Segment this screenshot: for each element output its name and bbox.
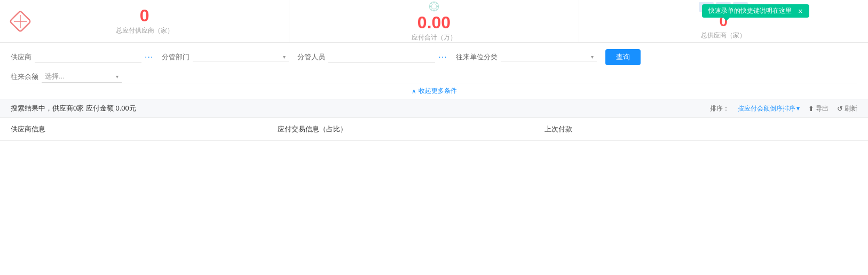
col-last-payment-header: 上次付款 xyxy=(545,124,857,134)
col-transaction-info-header: 应付交易信息（占比） xyxy=(278,124,545,134)
dept-label: 分管部门 xyxy=(162,52,190,62)
result-actions: 排序： 按应付会额倒序排序 ▾ ⬆ 导出 ↺ 刷新 xyxy=(710,104,857,113)
refresh-label: 刷新 xyxy=(845,104,857,113)
filter-supplier: 供应商 ··· xyxy=(11,52,153,62)
unit-class-label: 往来单位分类 xyxy=(456,52,498,62)
supplier-label: 供应商 xyxy=(11,52,31,62)
table-header: 供应商信息 应付交易信息（占比） 上次付款 xyxy=(0,118,868,141)
sort-option-text: 按应付会额倒序排序 xyxy=(738,104,795,113)
col-supplier-info-header: 供应商信息 xyxy=(11,124,278,134)
filter-balance: 往来余额 选择... ▾ xyxy=(11,70,122,83)
collapse-label: 收起更多条件 xyxy=(419,87,457,96)
table-body xyxy=(0,141,868,275)
svg-point-5 xyxy=(433,2,435,3)
balance-select[interactable]: 选择... ▾ xyxy=(42,70,122,83)
svg-point-4 xyxy=(431,4,437,9)
collapse-button[interactable]: ∧ 收起更多条件 xyxy=(412,87,457,96)
stat-block-total-suppliers: 快速录单的快捷键说明在这里 × 0 总供应商（家） xyxy=(579,0,868,42)
payable-suppliers-number: 0 xyxy=(140,7,149,24)
filter-unit-class: 往来单位分类 ▾ xyxy=(456,52,597,62)
stat-block-payable-suppliers: 0 总应付供应商（家） xyxy=(0,0,289,42)
sort-prefix-label: 排序： xyxy=(710,104,729,113)
filter-row-1: 供应商 ··· 分管部门 ▾ 分管人员 ··· 往来单位分类 ▾ xyxy=(11,49,857,65)
tooltip-close-button[interactable]: × xyxy=(798,7,802,15)
stat-block-payable-total: 0.00 应付合计（万） xyxy=(289,0,579,42)
payable-total-label: 应付合计（万） xyxy=(412,33,456,42)
svg-point-11 xyxy=(431,9,432,10)
collapse-up-icon: ∧ xyxy=(412,88,416,95)
refresh-button[interactable]: ↺ 刷新 xyxy=(837,104,857,113)
supplier-dots[interactable]: ··· xyxy=(145,52,153,62)
diamond-icon xyxy=(9,10,32,33)
svg-point-9 xyxy=(431,3,432,4)
payable-suppliers-label: 总应付供应商（家） xyxy=(116,26,173,35)
svg-point-12 xyxy=(436,3,437,4)
tooltip-banner: 快速录单的快捷键说明在这里 × xyxy=(702,4,809,18)
dept-chevron-down-icon: ▾ xyxy=(283,54,286,60)
filter-person: 分管人员 ··· xyxy=(297,52,447,62)
payable-total-number: 0.00 xyxy=(417,14,451,31)
balance-label: 往来余额 xyxy=(11,72,38,82)
sort-select[interactable]: 按应付会额倒序排序 ▾ xyxy=(738,104,800,113)
dept-select[interactable]: ▾ xyxy=(193,53,289,61)
filter-dept: 分管部门 ▾ xyxy=(162,52,289,62)
person-dots[interactable]: ··· xyxy=(438,52,447,62)
unit-class-select[interactable]: ▾ xyxy=(501,53,597,61)
top-stats-bar: 0 总应付供应商（家） 0.00 应付合计（万） 快速录单的快捷键说明在这里 × xyxy=(0,0,868,43)
supplier-input[interactable] xyxy=(35,52,141,62)
result-info-text: 搜索结果中，供应商0家 应付金额 0.00元 xyxy=(11,104,136,113)
total-suppliers-label: 总供应商（家） xyxy=(701,31,746,40)
person-label: 分管人员 xyxy=(297,52,325,62)
tooltip-text: 快速录单的快捷键说明在这里 xyxy=(708,6,792,15)
result-bar: 搜索结果中，供应商0家 应付金额 0.00元 排序： 按应付会额倒序排序 ▾ ⬆… xyxy=(0,99,868,118)
query-button[interactable]: 查询 xyxy=(605,49,641,65)
filter-bar: 供应商 ··· 分管部门 ▾ 分管人员 ··· 往来单位分类 ▾ xyxy=(0,43,868,99)
svg-point-7 xyxy=(429,6,431,7)
svg-point-8 xyxy=(437,6,439,7)
unit-class-chevron-down-icon: ▾ xyxy=(591,54,594,60)
balance-chevron-down-icon: ▾ xyxy=(116,74,119,80)
balance-placeholder: 选择... xyxy=(45,72,114,81)
person-input[interactable] xyxy=(328,52,435,62)
export-label: 导出 xyxy=(816,104,828,113)
export-icon: ⬆ xyxy=(808,105,814,113)
svg-point-10 xyxy=(436,9,437,10)
candy-icon xyxy=(421,0,447,13)
refresh-icon: ↺ xyxy=(837,105,843,113)
sort-chevron-down-icon: ▾ xyxy=(796,105,800,112)
export-button[interactable]: ⬆ 导出 xyxy=(808,104,828,113)
filter-row-2: 往来余额 选择... ▾ xyxy=(11,70,857,83)
svg-point-6 xyxy=(433,10,435,11)
collapse-row: ∧ 收起更多条件 xyxy=(11,83,857,99)
